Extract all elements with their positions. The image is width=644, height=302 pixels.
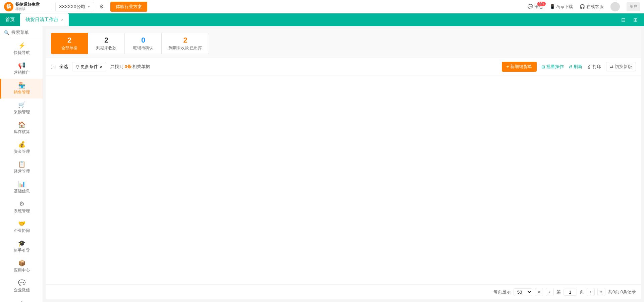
- sidebar-label-system: 系统管理: [14, 208, 30, 214]
- stat-label-wangwang: 旺辅待确认: [133, 45, 153, 51]
- sidebar-label-basic-info: 基础信息: [14, 188, 30, 194]
- found-count: 0条: [125, 64, 131, 69]
- stat-tab-overdue-out[interactable]: 2 到期未收款 已出库: [162, 33, 209, 54]
- toolbar-right: + 新增销货单 ⊞ 批量操作 ↺ 刷新 🖨 打印 ⇄: [502, 62, 636, 72]
- trial-button[interactable]: 体验行业方案: [110, 2, 147, 12]
- guide-icon: 🎓: [18, 240, 25, 246]
- sidebar-item-finance[interactable]: 💰 资金管理: [0, 138, 43, 158]
- user-name[interactable]: 用户: [627, 2, 640, 11]
- filter-label: 更多条件: [80, 64, 98, 70]
- sidebar-item-marketing[interactable]: 📢 营销推广: [0, 59, 43, 79]
- sidebar-item-wechat[interactable]: 💬 企业微信: [0, 277, 43, 296]
- finance-icon: 💰: [18, 141, 25, 147]
- nav-tabs: 首页 钱货日清工作台 × ⊟ ⊞: [0, 13, 644, 26]
- filter-arrow-icon: ∨: [99, 64, 103, 69]
- sidebar-item-app-center[interactable]: 📦 应用中心: [0, 257, 43, 277]
- minimize-button[interactable]: ⊟: [619, 15, 628, 24]
- page-input[interactable]: [564, 289, 577, 296]
- logo-subtitle: 标普版: [15, 7, 40, 11]
- divider: [51, 3, 51, 10]
- tab-workbench-label: 钱货日清工作台: [25, 17, 58, 23]
- logo-area: 畅 畅捷通好生意 标普版: [4, 2, 47, 11]
- stats-tabs: 2 全部单据 2 到期未收款 0 旺辅待确认 2 到期未收款 已出库: [46, 29, 641, 58]
- nav-tab-actions: ⊟ ⊞: [619, 15, 644, 24]
- maximize-button[interactable]: ⊞: [631, 15, 640, 24]
- sidebar-label-cooperation: 企业协同: [14, 228, 30, 234]
- online-service-button[interactable]: 🎧 在线客服: [580, 4, 604, 10]
- quick-nav-icon: ⚡: [18, 43, 25, 49]
- filter-icon: ▽: [76, 64, 79, 69]
- page-unit: 页: [580, 289, 584, 295]
- inventory-icon: 🏠: [18, 122, 25, 128]
- sidebar-label-guide: 新手引导: [14, 248, 30, 253]
- message-button[interactable]: 💬 消息 99+: [528, 4, 543, 10]
- sidebar-item-system[interactable]: ⚙ 系统管理: [0, 197, 43, 217]
- settings-button[interactable]: ⚙: [97, 2, 106, 11]
- sidebar-label-app-center: 应用中心: [14, 267, 30, 273]
- message-icon: 💬: [528, 4, 533, 9]
- chevron-down-icon: ▼: [87, 5, 91, 8]
- stat-tab-wangwang[interactable]: 0 旺辅待确认: [125, 33, 162, 54]
- select-all-label: 全选: [59, 64, 68, 70]
- print-icon: 🖨: [587, 64, 591, 69]
- sidebar-item-cooperation[interactable]: 🤝 企业协同: [0, 217, 43, 237]
- system-icon: ⚙: [19, 201, 24, 207]
- prev-page-button[interactable]: ‹: [546, 288, 554, 296]
- app-download-label: App下载: [556, 4, 573, 10]
- main-content: 2 全部单据 2 到期未收款 0 旺辅待确认 2 到期未收款 已出库: [43, 26, 644, 302]
- first-page-button[interactable]: «: [535, 288, 543, 296]
- main-layout: 🔍 搜索菜单 ⚡ 快捷导航 📢 营销推广 🏪 销售管理 🛒 采购管理 🏠 库存核…: [0, 26, 644, 302]
- print-button[interactable]: 🖨 打印: [587, 64, 601, 70]
- stat-num-wangwang: 0: [141, 36, 145, 45]
- marketing-icon: 📢: [18, 62, 25, 68]
- last-page-button[interactable]: »: [597, 288, 605, 296]
- refresh-button[interactable]: ↺ 刷新: [569, 64, 582, 70]
- stat-label-overdue-out: 到期未收款 已出库: [169, 45, 202, 51]
- top-right: 💬 消息 99+ 📱 App下载 🎧 在线客服 用户: [528, 2, 640, 11]
- sidebar-label-finance: 资金管理: [14, 149, 30, 155]
- batch-button[interactable]: ⊞ 批量操作: [541, 64, 564, 70]
- close-tab-icon[interactable]: ×: [61, 17, 63, 22]
- sidebar-item-inventory[interactable]: 🏠 库存核算: [0, 118, 43, 138]
- sidebar-item-member[interactable]: ♦ 畅会员: [0, 296, 43, 302]
- search-icon: 🔍: [4, 30, 9, 35]
- message-badge: 99+: [537, 2, 546, 6]
- search-label: 搜索菜单: [11, 29, 29, 36]
- per-page-label: 每页显示: [493, 289, 511, 295]
- company-selector[interactable]: XXXXXX公司 ▼: [55, 2, 94, 11]
- logo-title: 畅捷通好生意: [15, 2, 40, 7]
- service-icon: 🎧: [580, 4, 585, 9]
- select-all-checkbox[interactable]: [51, 65, 55, 69]
- sidebar-label-sales: 销售管理: [14, 89, 30, 95]
- sidebar-item-basic-info[interactable]: 📊 基础信息: [0, 178, 43, 197]
- logo-icon: 畅: [4, 2, 13, 11]
- sidebar-item-quick-nav[interactable]: ⚡ 快捷导航: [0, 39, 43, 59]
- top-left: 畅 畅捷通好生意 标普版 XXXXXX公司 ▼ ⚙ 体验行业方案: [4, 2, 147, 12]
- sidebar-item-purchase[interactable]: 🛒 采购管理: [0, 99, 43, 118]
- download-icon: 📱: [550, 4, 555, 9]
- table-area: [46, 75, 641, 284]
- avatar[interactable]: [610, 2, 620, 11]
- sidebar-search[interactable]: 🔍 搜索菜单: [0, 26, 43, 39]
- sidebar-item-guide[interactable]: 🎓 新手引导: [0, 237, 43, 257]
- filter-button[interactable]: ▽ 更多条件 ∨: [72, 62, 106, 71]
- stat-tab-overdue[interactable]: 2 到期未收款: [88, 33, 125, 54]
- found-text: 共找到 0条 相关单据: [110, 64, 150, 70]
- sales-icon: 🏪: [18, 82, 25, 88]
- sidebar-label-quick-nav: 快捷导航: [14, 50, 30, 56]
- tab-workbench[interactable]: 钱货日清工作台 ×: [20, 13, 69, 26]
- switch-version-button[interactable]: ⇄ 切换新版: [606, 62, 636, 71]
- per-page-select[interactable]: 10 20 50 100: [514, 288, 532, 296]
- sidebar-item-operations[interactable]: 📋 经营管理: [0, 158, 43, 178]
- sidebar-item-sales[interactable]: 🏪 销售管理: [0, 79, 43, 99]
- new-sales-button[interactable]: + 新增销货单: [502, 62, 537, 72]
- next-page-button[interactable]: ›: [587, 288, 595, 296]
- wechat-icon: 💬: [18, 280, 25, 286]
- stat-tab-all[interactable]: 2 全部单据: [51, 33, 88, 54]
- online-service-label: 在线客服: [586, 4, 604, 10]
- sidebar: 🔍 搜索菜单 ⚡ 快捷导航 📢 营销推广 🏪 销售管理 🛒 采购管理 🏠 库存核…: [0, 26, 43, 302]
- stat-num-overdue-out: 2: [183, 36, 187, 45]
- member-icon: ♦: [20, 300, 23, 302]
- tab-home[interactable]: 首页: [0, 13, 20, 26]
- app-download-button[interactable]: 📱 App下载: [550, 4, 573, 10]
